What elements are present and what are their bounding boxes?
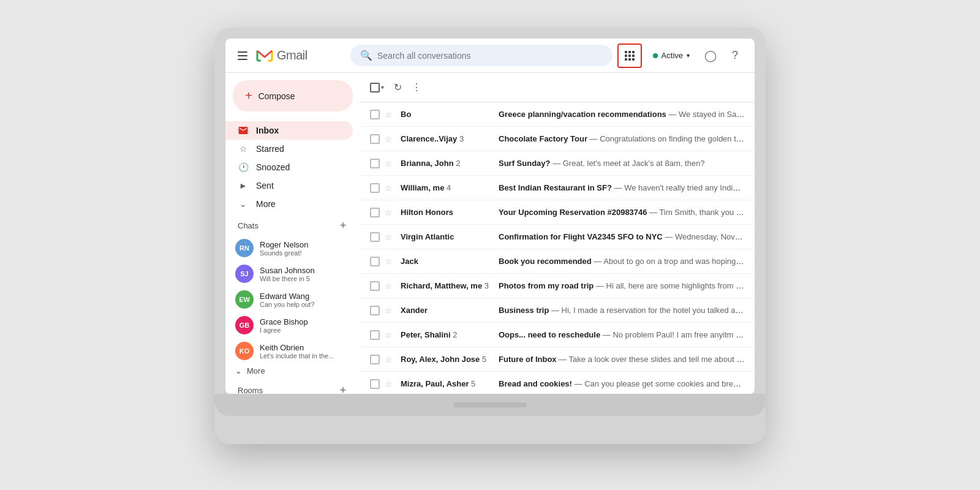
add-chat-button[interactable]: + [336,218,350,233]
starred-label: Starred [256,144,284,154]
email-row[interactable]: ☆ Xander Business trip — Hi, I made a re… [360,298,755,323]
email-content-8: Business trip — Hi, I made a reservation… [499,306,745,315]
account-icon[interactable]: ◯ [701,46,720,66]
star-icon-9[interactable]: ☆ [385,330,394,340]
sidebar-item-inbox[interactable]: Inbox [225,121,353,140]
star-icon-3[interactable]: ☆ [385,183,394,193]
email-row[interactable]: ☆ Mizra, Paul, Asher 5 Bread and cookies… [360,372,755,394]
star-icon-7[interactable]: ☆ [385,281,394,291]
email-checkbox-4[interactable] [370,208,380,217]
star-nav-icon: ☆ [238,143,249,154]
email-row[interactable]: ☆ Brianna, John 2 Surf Sunday? — Great, … [360,151,755,176]
active-status-button[interactable]: Active ▾ [647,47,696,64]
gmail-m-icon [255,46,274,66]
email-row[interactable]: ☆ Clarence..Vijay 3 Chocolate Factory To… [360,127,755,151]
active-label: Active [662,51,683,60]
chat-item-keith[interactable]: KO Keith Obrien Let's include that in th… [225,338,360,364]
help-icon[interactable]: ? [725,46,745,66]
email-row[interactable]: ☆ Virgin Atlantic Confirmation for Fligh… [360,225,755,249]
email-toolbar: ▾ ↻ ⋮ [360,73,755,102]
email-row[interactable]: ☆ Richard, Matthew, me 3 Photos from my … [360,274,755,298]
active-chevron-icon: ▾ [687,52,690,59]
more-nav-label: More [256,199,276,209]
density-settings-button[interactable] [617,43,642,68]
email-checkbox-5[interactable] [370,232,380,242]
email-checkbox-10[interactable] [370,355,380,364]
chat-name-roger: Roger Nelson [260,240,309,249]
add-room-button[interactable]: + [336,383,350,394]
star-icon-0[interactable]: ☆ [385,110,394,119]
email-row[interactable]: ☆ William, me 4 Best Indian Restaurant i… [360,176,755,200]
chat-preview-roger: Sounds great! [260,249,309,257]
sent-label: Sent [256,181,274,190]
compose-label: Compose [258,91,295,101]
sent-icon: ► [238,180,249,191]
sidebar-item-more[interactable]: ⌄ More [225,195,353,213]
email-checkbox-3[interactable] [370,183,380,193]
star-icon-8[interactable]: ☆ [385,306,394,315]
chat-avatar-keith: KO [235,342,254,360]
email-content-11: Bread and cookies! — Can you please get … [499,379,745,388]
email-sender-6: Jack [401,257,499,266]
select-all-checkbox[interactable] [370,83,380,92]
chat-item-grace[interactable]: GB Grace Bishop I agree [225,312,360,338]
chat-item-susan[interactable]: SJ Susan Johnson Will be there in 5 [225,261,360,287]
email-row[interactable]: ☆ Roy, Alex, John Jose 5 Future of Inbox… [360,347,755,372]
more-nav-icon: ⌄ [238,198,249,209]
gmail-window: Gmail 🔍 Active ▾ [225,39,755,394]
more-options-button[interactable]: ⋮ [412,81,421,93]
email-content-1: Chocolate Factory Tour — Congratulations… [499,134,745,143]
refresh-button[interactable]: ↻ [394,81,402,93]
snoozed-label: Snoozed [256,162,290,172]
sidebar-item-starred[interactable]: ☆ Starred [225,140,353,158]
star-icon-11[interactable]: ☆ [385,379,394,389]
star-icon-2[interactable]: ☆ [385,159,394,168]
email-checkbox-9[interactable] [370,330,380,340]
email-checkbox-6[interactable] [370,257,380,266]
header-left: Gmail [235,46,345,66]
select-chevron-icon[interactable]: ▾ [381,84,384,91]
chat-name-edward: Edward Wang [260,292,314,301]
gmail-header: Gmail 🔍 Active ▾ [225,39,755,73]
star-icon-6[interactable]: ☆ [385,257,394,266]
sidebar-item-snoozed[interactable]: 🕐 Snoozed [225,158,353,176]
email-row[interactable]: ☆ Bo Greece planning/vacation recommenda… [360,102,755,127]
inbox-icon [238,125,249,136]
star-icon-5[interactable]: ☆ [385,232,394,242]
chats-more-button[interactable]: ⌄ More [225,364,360,378]
email-row[interactable]: ☆ Hilton Honors Your Upcoming Reservatio… [360,200,755,225]
chat-preview-susan: Will be there in 5 [260,275,315,282]
search-icon: 🔍 [360,50,372,61]
email-row[interactable]: ☆ Jack Book you recommended — About to g… [360,249,755,274]
email-rows-container: ☆ Bo Greece planning/vacation recommenda… [360,102,755,394]
email-checkbox-2[interactable] [370,159,380,168]
star-icon-1[interactable]: ☆ [385,134,394,144]
search-bar[interactable]: 🔍 [350,45,612,66]
email-content-3: Best Indian Restaurant in SF? — We haven… [499,183,745,192]
email-content-5: Confirmation for Flight VA2345 SFO to NY… [499,232,745,241]
email-checkbox-1[interactable] [370,134,380,144]
chat-item-edward[interactable]: EW Edward Wang Can you help out? [225,287,360,312]
laptop-base [214,394,766,416]
chat-info-edward: Edward Wang Can you help out? [260,292,314,308]
email-checkbox-8[interactable] [370,306,380,315]
search-input[interactable] [377,51,603,61]
star-icon-10[interactable]: ☆ [385,355,394,364]
select-all-checkbox-wrap[interactable]: ▾ [370,83,384,92]
email-checkbox-11[interactable] [370,379,380,389]
rooms-section-label: Rooms [238,386,263,394]
compose-button[interactable]: + Compose [233,80,353,111]
email-checkbox-0[interactable] [370,110,380,119]
density-grid-icon [625,51,635,61]
chat-item-roger[interactable]: RN Roger Nelson Sounds great! [225,235,360,261]
star-icon-4[interactable]: ☆ [385,208,394,217]
email-row[interactable]: ☆ Peter, Shalini 2 Oops... need to resch… [360,323,755,347]
email-sender-1: Clarence..Vijay 3 [401,134,499,143]
clock-icon: 🕐 [238,162,249,173]
hamburger-menu-button[interactable] [235,48,250,63]
email-sender-9: Peter, Shalini 2 [401,330,499,339]
chats-more-chevron: ⌄ [235,366,242,375]
sidebar-item-sent[interactable]: ► Sent [225,176,353,195]
email-content-6: Book you recommended — About to go on a … [499,257,745,266]
email-checkbox-7[interactable] [370,281,380,291]
